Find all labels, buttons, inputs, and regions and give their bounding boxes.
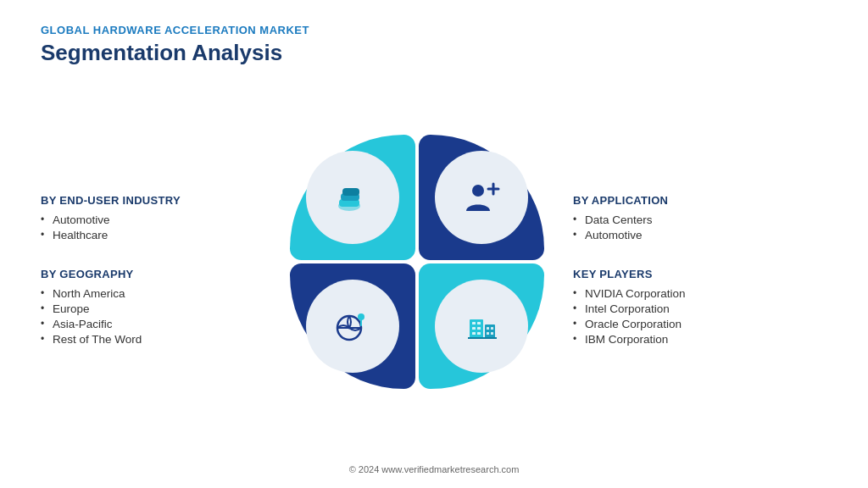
list-item: Oracle Corporation bbox=[573, 316, 827, 331]
svg-rect-10 bbox=[470, 319, 483, 338]
svg-rect-12 bbox=[472, 322, 476, 324]
chips-icon bbox=[331, 175, 375, 219]
page: GLOBAL HARDWARE ACCELERATION MARKET Segm… bbox=[0, 0, 868, 488]
svg-rect-17 bbox=[477, 332, 481, 335]
petal-bottom-right bbox=[419, 263, 544, 389]
list-item: Automotive bbox=[573, 227, 827, 242]
list-item: IBM Corporation bbox=[573, 331, 827, 347]
flower bbox=[290, 135, 544, 389]
section-players: KEY PLAYERS NVIDIA Corporation Intel Cor… bbox=[573, 268, 827, 347]
top-title: GLOBAL HARDWARE ACCELERATION MARKET bbox=[41, 24, 827, 36]
players-title: KEY PLAYERS bbox=[573, 268, 827, 280]
left-panel: BY END-USER INDUSTRY Automotive Healthca… bbox=[41, 194, 261, 347]
svg-rect-14 bbox=[472, 327, 476, 330]
geography-list: North America Europe Asia-Pacific Rest o… bbox=[41, 286, 261, 347]
players-list: NVIDIA Corporation Intel Corporation Ora… bbox=[573, 286, 827, 347]
svg-rect-18 bbox=[487, 327, 489, 330]
svg-rect-15 bbox=[477, 327, 481, 330]
svg-rect-21 bbox=[491, 332, 493, 335]
section-application: BY APPLICATION Data Centers Automotive bbox=[573, 194, 827, 242]
geography-title: BY GEOGRAPHY bbox=[41, 268, 261, 280]
svg-point-4 bbox=[472, 185, 484, 197]
industry-list: Automotive Healthcare bbox=[41, 212, 261, 242]
industry-title: BY END-USER INDUSTRY bbox=[41, 194, 261, 207]
petal-top-left bbox=[290, 135, 415, 260]
inner-circle-br bbox=[435, 280, 528, 373]
list-item: Rest of The Word bbox=[41, 331, 261, 347]
application-title: BY APPLICATION bbox=[573, 194, 827, 207]
list-item: Automotive bbox=[41, 212, 261, 227]
center-graphic bbox=[281, 135, 553, 406]
section-industry: BY END-USER INDUSTRY Automotive Healthca… bbox=[41, 194, 261, 242]
svg-rect-16 bbox=[472, 332, 476, 335]
list-item: Data Centers bbox=[573, 212, 827, 227]
list-item: North America bbox=[41, 286, 261, 301]
content-area: BY END-USER INDUSTRY Automotive Healthca… bbox=[41, 81, 827, 459]
svg-rect-3 bbox=[342, 188, 359, 196]
application-list: Data Centers Automotive bbox=[573, 212, 827, 242]
main-title: Segmentation Analysis bbox=[41, 40, 827, 66]
inner-circle-tl bbox=[306, 151, 399, 244]
svg-rect-11 bbox=[485, 324, 495, 338]
list-item: NVIDIA Corporation bbox=[573, 286, 827, 301]
list-item: Healthcare bbox=[41, 227, 261, 242]
svg-rect-20 bbox=[487, 332, 489, 335]
right-panel: BY APPLICATION Data Centers Automotive K… bbox=[573, 194, 827, 347]
person-plus-icon bbox=[459, 175, 504, 219]
footer: © 2024 www.verifiedmarketresearch.com bbox=[41, 464, 827, 474]
inner-circle-bl bbox=[306, 280, 399, 373]
petal-top-right bbox=[419, 135, 544, 260]
svg-point-9 bbox=[358, 313, 364, 320]
building-icon bbox=[459, 304, 504, 348]
list-item: Intel Corporation bbox=[573, 301, 827, 316]
svg-rect-13 bbox=[477, 322, 481, 324]
svg-rect-19 bbox=[491, 327, 493, 330]
footer-text: © 2024 www.verifiedmarketresearch.com bbox=[349, 464, 520, 474]
section-geography: BY GEOGRAPHY North America Europe Asia-P… bbox=[41, 268, 261, 347]
inner-circle-tr bbox=[435, 151, 528, 244]
list-item: Asia-Pacific bbox=[41, 316, 261, 331]
list-item: Europe bbox=[41, 301, 261, 316]
globe-pin-icon bbox=[331, 304, 375, 348]
petal-bottom-left bbox=[290, 263, 415, 389]
